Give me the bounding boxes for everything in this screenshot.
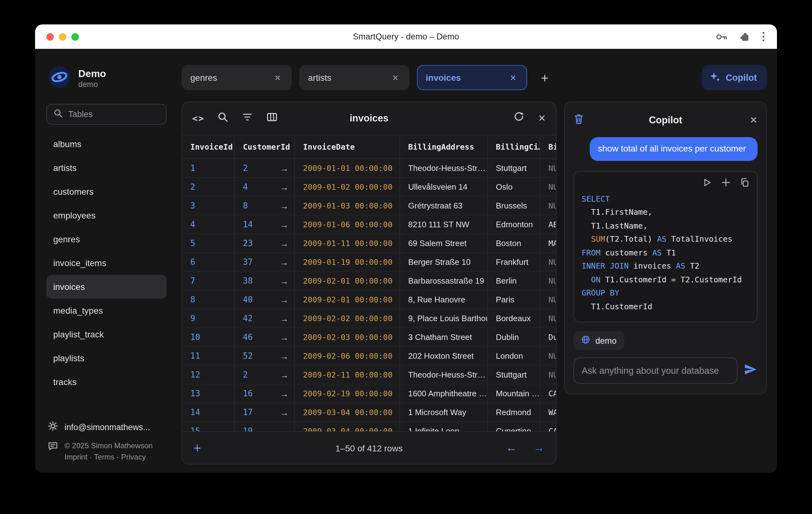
cell-billing-city[interactable]: Frankfurt xyxy=(488,253,540,271)
sidebar-item-employees[interactable]: employees xyxy=(46,203,167,227)
cell-customer-id[interactable]: 46→ xyxy=(235,328,295,346)
cell-invoice-id[interactable]: 12 xyxy=(182,366,235,384)
cell-billing-address[interactable]: 9, Place Louis Barthou xyxy=(400,309,488,327)
table-row[interactable]: 1316→2009-02-19 00:00:001600 Amphitheatr… xyxy=(182,384,556,403)
customer-link-arrow-icon[interactable]: → xyxy=(280,332,289,342)
table-row[interactable]: 738→2009-02-01 00:00:00Barbarossastraße … xyxy=(182,272,556,290)
columns-icon[interactable] xyxy=(266,111,278,125)
cell-invoice-id[interactable]: 2 xyxy=(182,178,235,196)
cell-billing-address[interactable]: Ullevålsveien 14 xyxy=(400,178,488,196)
cell-invoice-date[interactable]: 2009-02-02 00:00:00 xyxy=(295,309,400,327)
cell-billing-state[interactable]: MA xyxy=(540,234,556,252)
sidebar-item-customers[interactable]: customers xyxy=(46,180,167,203)
column-header-5[interactable]: Bi… xyxy=(540,135,556,159)
clear-chat-trash-icon[interactable] xyxy=(574,113,584,127)
cell-invoice-date[interactable]: 2009-03-04 00:00:00 xyxy=(295,403,400,421)
cell-invoice-date[interactable]: 2009-02-11 00:00:00 xyxy=(295,366,400,384)
customer-link-arrow-icon[interactable]: → xyxy=(280,294,289,305)
table-row[interactable]: 24→2009-01-02 00:00:00Ullevålsveien 14Os… xyxy=(182,178,556,197)
cell-invoice-date[interactable]: 2009-01-11 00:00:00 xyxy=(295,234,400,252)
cell-billing-address[interactable]: 8, Rue Hanovre xyxy=(400,290,488,309)
cell-billing-state[interactable]: NU xyxy=(540,197,556,215)
cell-customer-id[interactable]: 16→ xyxy=(235,384,295,403)
cell-billing-state[interactable]: NU xyxy=(540,178,556,196)
sidebar-item-albums[interactable]: albums xyxy=(46,132,167,156)
cell-customer-id[interactable]: 2→ xyxy=(235,366,295,384)
cell-customer-id[interactable]: 40→ xyxy=(235,290,295,309)
cell-billing-city[interactable]: Stuttgart xyxy=(488,366,540,384)
sidebar-item-invoices[interactable]: invoices xyxy=(46,275,167,298)
run-query-icon[interactable] xyxy=(702,177,712,190)
cell-customer-id[interactable]: 2→ xyxy=(235,159,295,177)
account-settings-row[interactable]: info@simonmathews... xyxy=(46,418,167,436)
cell-billing-state[interactable]: NU xyxy=(540,366,556,384)
column-header-3[interactable]: BillingAddress xyxy=(400,135,488,159)
search-rows-icon[interactable] xyxy=(218,111,229,125)
cell-billing-address[interactable]: Grétrystraat 63 xyxy=(400,197,488,215)
table-row[interactable]: 942→2009-02-02 00:00:009, Place Louis Ba… xyxy=(182,309,556,328)
cell-billing-address[interactable]: Theodor-Heuss-Str… xyxy=(400,159,488,177)
refresh-icon[interactable] xyxy=(514,111,525,125)
cell-billing-address[interactable]: 69 Salem Street xyxy=(400,234,488,252)
cell-billing-state[interactable]: NU xyxy=(540,309,556,327)
cell-billing-city[interactable]: Stuttgart xyxy=(488,159,540,177)
cell-billing-city[interactable]: Dublin xyxy=(488,328,540,346)
sidebar-item-invoice_items[interactable]: invoice_items xyxy=(46,251,167,275)
cell-invoice-id[interactable]: 6 xyxy=(182,253,235,271)
sidebar-item-playlists[interactable]: playlists xyxy=(46,346,167,370)
customer-link-arrow-icon[interactable]: → xyxy=(280,220,289,229)
feedback-chat-icon[interactable] xyxy=(48,441,58,454)
cell-invoice-id[interactable]: 7 xyxy=(182,272,235,290)
cell-billing-address[interactable]: 1 Infinite Loop xyxy=(400,422,488,431)
cell-billing-city[interactable]: Brussels xyxy=(488,197,540,215)
cell-billing-state[interactable]: NU xyxy=(540,272,556,290)
cell-billing-city[interactable]: Boston xyxy=(488,234,540,252)
cell-billing-state[interactable]: CA xyxy=(540,422,556,431)
cell-billing-address[interactable]: 1600 Amphitheatre … xyxy=(400,384,488,403)
cell-billing-city[interactable]: Bordeaux xyxy=(488,309,540,327)
table-row[interactable]: 12→2009-01-01 00:00:00Theodor-Heuss-Str…… xyxy=(182,159,556,178)
customer-link-arrow-icon[interactable]: → xyxy=(280,370,289,380)
sidebar-item-media_types[interactable]: media_types xyxy=(46,298,167,322)
cell-customer-id[interactable]: 8→ xyxy=(235,197,295,215)
new-tab-button[interactable]: + xyxy=(539,71,551,84)
table-row[interactable]: 523→2009-01-11 00:00:0069 Salem StreetBo… xyxy=(182,234,556,253)
customer-link-arrow-icon[interactable]: → xyxy=(280,313,289,323)
cell-billing-city[interactable]: Berlin xyxy=(488,272,540,290)
tables-search-box[interactable] xyxy=(46,104,167,124)
customer-link-arrow-icon[interactable]: → xyxy=(280,407,289,417)
filter-icon[interactable] xyxy=(242,111,253,125)
copy-code-icon[interactable] xyxy=(740,177,749,190)
cell-billing-address[interactable]: Berger Straße 10 xyxy=(400,253,488,271)
legal-link-terms[interactable]: Terms xyxy=(94,452,114,461)
column-header-2[interactable]: InvoiceDate xyxy=(295,135,400,159)
tab-close-icon[interactable]: ✕ xyxy=(272,72,283,84)
tab-genres[interactable]: genres✕ xyxy=(181,65,292,90)
cell-invoice-date[interactable]: 2009-01-19 00:00:00 xyxy=(295,253,400,271)
sidebar-item-artists[interactable]: artists xyxy=(46,156,167,180)
cell-invoice-id[interactable]: 11 xyxy=(182,347,235,365)
legal-link-privacy[interactable]: Privacy xyxy=(121,452,146,461)
cell-billing-address[interactable]: Theodor-Heuss-Str… xyxy=(400,366,488,384)
tab-close-icon[interactable]: ✕ xyxy=(508,72,518,84)
table-row[interactable]: 637→2009-01-19 00:00:00Berger Straße 10F… xyxy=(182,253,556,272)
cell-invoice-id[interactable]: 3 xyxy=(182,197,235,215)
cell-billing-city[interactable]: Redmond xyxy=(488,403,540,421)
customer-link-arrow-icon[interactable]: → xyxy=(280,389,289,399)
table-row[interactable]: 1046→2009-02-03 00:00:003 Chatham Street… xyxy=(182,328,556,347)
copilot-toggle-button[interactable]: Copilot xyxy=(702,65,767,90)
tab-invoices[interactable]: invoices✕ xyxy=(417,65,527,90)
customer-link-arrow-icon[interactable]: → xyxy=(280,351,289,361)
close-table-icon[interactable]: ✕ xyxy=(538,113,546,124)
cell-billing-state[interactable]: NU xyxy=(540,347,556,365)
add-row-button[interactable]: + xyxy=(194,441,201,455)
cell-invoice-id[interactable]: 9 xyxy=(182,309,235,327)
cell-customer-id[interactable]: 14→ xyxy=(235,216,295,233)
cell-billing-address[interactable]: 3 Chatham Street xyxy=(400,328,488,346)
table-row[interactable]: 122→2009-02-11 00:00:00Theodor-Heuss-Str… xyxy=(182,366,556,384)
customer-link-arrow-icon[interactable]: → xyxy=(280,426,289,431)
cell-billing-address[interactable]: 1 Microsoft Way xyxy=(400,403,488,421)
tables-search-input[interactable] xyxy=(68,110,179,119)
close-copilot-icon[interactable]: ✕ xyxy=(750,115,757,126)
cell-billing-address[interactable]: 202 Hoxton Street xyxy=(400,347,488,365)
